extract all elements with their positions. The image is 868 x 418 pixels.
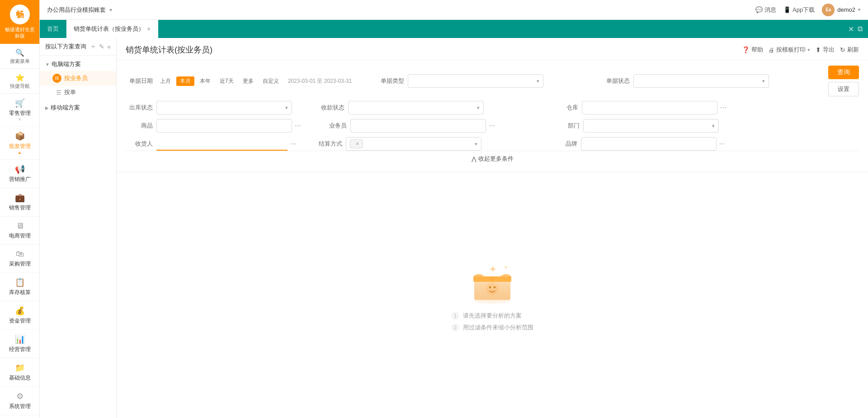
tab-sales-stat-label: 销货单统计表（按业务员）: [74, 25, 144, 33]
doc-status-label: 单据状态: [604, 77, 630, 85]
date-tab-this-month[interactable]: 本月: [176, 76, 194, 86]
consignee-input[interactable]: [156, 137, 288, 151]
content-area: 按以下方案查询 ＋ ✎ « ▼ 电脑端方案 按 按业务员 ☰ 按单: [40, 38, 868, 418]
svg-point-8: [489, 286, 491, 288]
export-button[interactable]: ⬆ 导出: [816, 46, 835, 54]
receipt-status-select[interactable]: ▾: [348, 101, 484, 114]
sidebar-item-finance[interactable]: 💰 资金管理: [0, 301, 39, 330]
tab-home[interactable]: 首页: [40, 20, 66, 38]
out-status-select[interactable]: ▾: [156, 101, 292, 114]
settlement-select[interactable]: × ▾: [346, 137, 481, 151]
sidebar-item-marketing[interactable]: 📢 营销推广: [0, 160, 39, 188]
warehouse-label: 仓库: [562, 104, 578, 112]
topbar-title: 办公用品行业模拟账套: [47, 6, 106, 14]
sidebar: 畅 畅捷通好生意 标版 🔍 搜索菜单 ⭐ 快捷导航 🛒 零售管理 ▼ 📦 批发管…: [0, 0, 40, 418]
marketing-icon: 📢: [15, 164, 25, 174]
staff-dots[interactable]: ···: [486, 122, 497, 130]
brand-input[interactable]: [581, 137, 717, 151]
operation-icon: 📊: [15, 334, 25, 344]
sidebar-item-sales[interactable]: 💼 销售管理: [0, 188, 39, 217]
settlement-arrow: ▾: [475, 141, 477, 147]
date-tab-more[interactable]: 更多: [239, 76, 257, 86]
sidebar-item-wholesale[interactable]: 📦 批发管理 ▲: [0, 127, 39, 160]
doc-status-select[interactable]: ▾: [633, 74, 769, 88]
pc-scheme-group: ▼ 电脑端方案 按 按业务员 ☰ 按单: [40, 56, 116, 101]
tab-restore-button[interactable]: ⧉: [858, 25, 863, 33]
consignee-dots[interactable]: ···: [288, 140, 299, 148]
warehouse-dots[interactable]: ···: [717, 104, 729, 112]
left-panel-header: 按以下方案查询 ＋ ✎ «: [40, 38, 116, 56]
dept-select[interactable]: ▾: [583, 119, 719, 133]
tab-sales-stat[interactable]: 销货单统计表（按业务员） ×: [66, 20, 158, 38]
refresh-button[interactable]: ↻ 刷新: [840, 46, 859, 54]
filter-row-2: 出库状态 ▾ 收款状态 ▾ 仓库: [126, 101, 859, 114]
export-icon: ⬆: [816, 46, 821, 53]
app-download-button[interactable]: 📱 App下载: [783, 6, 815, 14]
refresh-label: 刷新: [847, 46, 859, 54]
sidebar-search-item[interactable]: 🔍 搜索菜单: [0, 44, 39, 69]
inventory-icon: 📋: [15, 277, 25, 287]
warehouse-input[interactable]: [582, 101, 717, 114]
print-icon: 🖨: [769, 47, 774, 53]
help-icon: ❓: [742, 46, 750, 53]
goods-input[interactable]: [156, 119, 292, 133]
collapse-row[interactable]: ⋀ 收起更多条件: [126, 151, 859, 166]
app-logo[interactable]: 畅 畅捷通好生意 标版: [0, 0, 39, 44]
export-label: 导出: [823, 46, 835, 54]
staff-input[interactable]: [350, 119, 486, 133]
left-panel-title: 按以下方案查询: [45, 43, 86, 51]
tab-close-icon[interactable]: ×: [147, 26, 151, 32]
collapse-panel-button[interactable]: «: [107, 43, 111, 50]
topbar-dropdown-icon[interactable]: ▾: [109, 7, 112, 13]
settlement-tag-close[interactable]: ×: [356, 141, 359, 147]
collapse-button[interactable]: ⋀ 收起更多条件: [472, 155, 514, 163]
sidebar-item-system[interactable]: ⚙ 系统管理: [0, 387, 39, 415]
message-icon: 💬: [755, 6, 763, 13]
edit-scheme-button[interactable]: ✎: [99, 43, 104, 50]
query-button[interactable]: 查询: [828, 66, 859, 79]
mobile-scheme-header[interactable]: ▶ 移动端方案: [40, 101, 116, 114]
pc-scheme-header[interactable]: ▼ 电脑端方案: [40, 57, 116, 71]
sidebar-item-ecommerce[interactable]: 🖥 电商管理: [0, 217, 39, 245]
filter-row-3: 商品 ··· 业务员 ··· 部门 ▾: [126, 119, 859, 133]
receipt-status-filter: 收款状态 ▾: [319, 101, 553, 114]
brand-dots[interactable]: ···: [717, 140, 728, 148]
username: demo2: [837, 6, 855, 13]
message-button[interactable]: 💬 消息: [755, 6, 776, 14]
tab-close-button[interactable]: ✕: [848, 25, 854, 33]
goods-dots[interactable]: ···: [292, 122, 303, 130]
sidebar-item-enterprise[interactable]: 🤝 企业协同: [0, 415, 39, 418]
page-header: 销货单统计表(按业务员) ❓ 帮助 🖨 按模板打印 ▾ ⬆ 导出: [117, 38, 868, 60]
sidebar-item-operation[interactable]: 📊 经营管理: [0, 330, 39, 358]
scheme-sub-item-by-order[interactable]: ☰ 按单: [40, 86, 116, 99]
date-tab-last7[interactable]: 近7天: [216, 76, 237, 86]
scheme-item-by-staff[interactable]: 按 按业务员: [40, 71, 116, 86]
scheme-sub-item-icon: ☰: [56, 89, 61, 96]
settings-button[interactable]: 设置: [828, 82, 859, 96]
sidebar-item-purchase[interactable]: 🛍 采购管理: [0, 245, 39, 273]
add-scheme-button[interactable]: ＋: [90, 43, 96, 51]
date-tabs: 上月 本月 本年 近7天 更多 自定义: [156, 76, 283, 86]
left-panel: 按以下方案查询 ＋ ✎ « ▼ 电脑端方案 按 按业务员 ☰ 按单: [40, 38, 117, 418]
help-button[interactable]: ❓ 帮助: [742, 46, 763, 54]
sidebar-item-retail[interactable]: 🛒 零售管理 ▼: [0, 94, 39, 127]
brand-label: 品牌: [561, 140, 577, 148]
message-label: 消息: [764, 6, 776, 14]
date-tab-this-year[interactable]: 本年: [196, 76, 214, 86]
out-status-arrow: ▾: [285, 105, 288, 111]
sidebar-shortcut-item[interactable]: ⭐ 快捷导航: [0, 69, 39, 94]
doc-type-select[interactable]: ▾: [408, 74, 543, 88]
staff-filter: 业务员 ···: [321, 119, 554, 133]
print-button[interactable]: 🖨 按模板打印 ▾: [769, 46, 810, 54]
sidebar-item-basic[interactable]: 📁 基础信息: [0, 358, 39, 387]
user-profile[interactable]: Ea demo2 ▾: [822, 4, 861, 16]
consignee-label: 收货人: [126, 140, 153, 148]
settlement-tag: ×: [350, 139, 363, 148]
date-tab-custom[interactable]: 自定义: [259, 76, 283, 86]
empty-tip-1-text: 请先选择要分析的方案: [463, 312, 522, 320]
action-buttons: 查询 设置: [828, 66, 859, 96]
date-tab-last-month[interactable]: 上月: [156, 76, 175, 86]
sidebar-item-inventory[interactable]: 📋 库存核算: [0, 273, 39, 301]
collapse-label: 收起更多条件: [478, 155, 514, 163]
print-dropdown-icon: ▾: [807, 47, 810, 53]
